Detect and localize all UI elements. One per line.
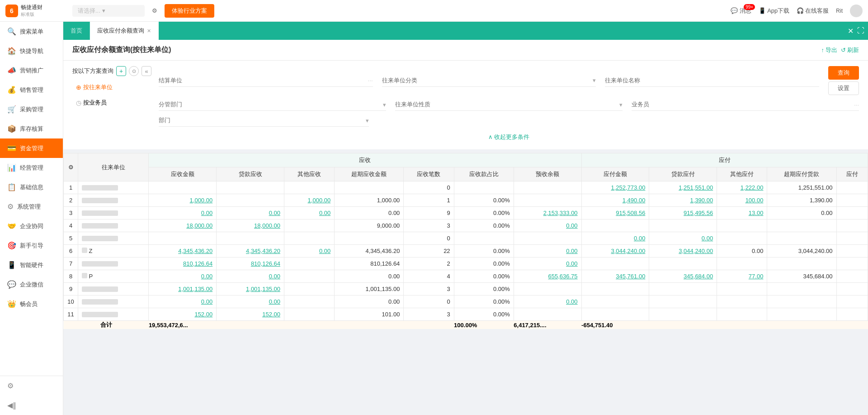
tab-close-icon[interactable]: ✕ [147,28,151,34]
footer-advance-bal: 6,417,215.... [514,321,581,329]
sidebar-item-guide[interactable]: 🎯 新手引导 [0,236,63,255]
filter-add-btn[interactable]: + [116,66,126,76]
row-unit [78,283,149,296]
row-unit [78,258,149,270]
footer-recv-amount: 19,553,472,6... [149,321,217,329]
row-other-pay: 100.00 [717,194,767,207]
home-icon: 🏠 [7,47,16,55]
unit-nature-arrow-icon[interactable]: ▾ [619,101,623,108]
sidebar-item-sys[interactable]: ⚙ 系统管理 [0,197,63,216]
sidebar-item-weixin[interactable]: 💬 企业微信 [0,275,63,294]
row-advance-bal: 0.00 [514,219,581,232]
sidebar-label-hardware: 智能硬件 [20,261,43,269]
tab-close-btn[interactable]: ✕ [848,27,854,35]
col-gear[interactable]: ⚙ [64,153,78,181]
row-advance-bal: 0.00 [514,258,581,270]
nav-placeholder: 请选择... [78,7,100,15]
export-label: 导出 [826,46,837,54]
filter-action-buttons: 查询 设置 [828,66,859,95]
row-loan-pay: 1,251,551.00 [649,181,717,194]
footer-overdue-recv [335,321,404,329]
promo-button[interactable]: 体验行业方案 [165,4,214,18]
row-unit [78,308,149,321]
row-no: 4 [64,219,78,232]
sidebar-item-marketing[interactable]: 📣 营销推广 [0,61,63,80]
set-button[interactable]: 设置 [828,81,859,95]
filter-settlement-unit: 结算单位 ··· [159,75,373,87]
row-recv-count: 0 [404,181,454,194]
logo-area: 6 畅捷通财 标准版 [5,4,69,18]
purchase-icon: 🛒 [7,105,16,114]
unit-category-input[interactable] [418,77,591,84]
filter-option-unit[interactable]: ⊕ 按往来单位 [72,81,151,93]
sub-dept-input[interactable] [195,117,364,124]
collapse-more-btn[interactable]: ∧ 收起更多条件 [159,130,859,144]
collab-icon: 🤝 [7,222,16,230]
sidebar-item-purchase[interactable]: 🛒 采购管理 [0,100,63,119]
ops-icon: 📊 [7,163,16,172]
unit-name-input[interactable] [641,77,819,84]
col-other-receivable: 其他应收 [284,167,334,181]
row-loan-recv: 1,001,135.00 [217,283,284,296]
tab-expand-btn[interactable]: ⛶ [857,27,864,35]
row-other-pay [717,283,767,296]
sidebar-item-sales[interactable]: 💰 销售管理 [0,80,63,100]
settlement-unit-input[interactable] [195,77,366,84]
row-recv-ratio: 0.00% [454,308,514,321]
dept-input[interactable] [195,101,381,108]
message-button[interactable]: 💬 消息 99+ [731,7,751,15]
sidebar-item-finance[interactable]: 💳 资金管理 [0,138,63,158]
refresh-button[interactable]: ↺ 刷新 [841,46,859,54]
unit-nature-label: 往来单位性质 [395,100,431,109]
sys-icon: ⚙ [7,202,14,211]
unit-nature-input[interactable] [431,101,618,108]
app-download-link[interactable]: 📱 App下载 [759,7,789,15]
row-no: 10 [64,296,78,308]
unit-category-arrow-icon[interactable]: ▾ [593,77,596,84]
row-recv-count: 0 [404,232,454,245]
row-advance-bal: 0.00 [514,296,581,308]
sidebar-item-hardware[interactable]: 📱 智能硬件 [0,255,63,275]
filter-collapse-btn[interactable]: « [142,66,151,76]
tab-receivable[interactable]: 应收应付余额查询 ✕ [90,22,159,40]
col-overdue-payable: 超期应付货款 [767,167,836,181]
sidebar-item-base-info[interactable]: 📋 基础信息 [0,177,63,197]
row-recv-ratio: 0.00% [454,296,514,308]
tab-home[interactable]: 首页 [63,22,90,40]
gear-button[interactable]: ⚙ [148,5,161,17]
sidebar-item-search[interactable]: 🔍 搜索菜单 [0,22,63,41]
tab-receivable-label: 应收应付余额查询 [97,27,144,35]
nav-selector[interactable]: 请选择... ▾ [72,5,145,17]
row-pay-amount: 345,761.00 [581,270,649,283]
sidebar-collapse-btn[interactable]: ◀‖ [0,396,63,415]
row-pay-extra [836,194,868,207]
row-other-recv [284,181,334,194]
export-button[interactable]: ↑ 导出 [821,46,838,54]
sidebar-item-quick-nav[interactable]: 🏠 快捷导航 [0,41,63,61]
unit-category-label: 往来单位分类 [382,76,418,85]
row-advance-bal [514,194,581,207]
table-row: 7 810,126.64 810,126.64 810,126.64 2 0.0… [64,258,868,270]
sub-dept-arrow-icon[interactable]: ▾ [366,117,369,124]
tab-actions: ✕ ⛶ [844,22,868,40]
filter-option-salesperson[interactable]: ◷ 按业务员 [72,97,151,109]
sidebar-item-collab[interactable]: 🤝 企业协同 [0,216,63,236]
sidebar-item-ops[interactable]: 📊 经营管理 [0,158,63,177]
salesperson-field-input[interactable] [668,101,852,108]
row-no: 3 [64,207,78,219]
user-name[interactable]: Rit [836,8,843,14]
dept-arrow-icon[interactable]: ▾ [383,101,386,108]
row-advance-bal [514,181,581,194]
row-loan-pay: 0.00 [649,232,717,245]
row-pay-extra [836,181,868,194]
online-service-link[interactable]: 🎧 在线客服 [797,7,829,15]
sidebar-label-inventory: 库存核算 [20,125,43,133]
sidebar-item-inventory[interactable]: 📦 库存核算 [0,119,63,138]
sidebar-item-vip[interactable]: 👑 畅会员 [0,294,63,314]
row-unit [78,181,149,194]
filter-settings-btn[interactable]: ⊙ [129,66,139,76]
sidebar-settings-btn[interactable]: ⚙ [0,376,63,396]
query-button[interactable]: 查询 [828,66,859,80]
row-unit [78,194,149,207]
user-avatar[interactable] [850,5,863,17]
